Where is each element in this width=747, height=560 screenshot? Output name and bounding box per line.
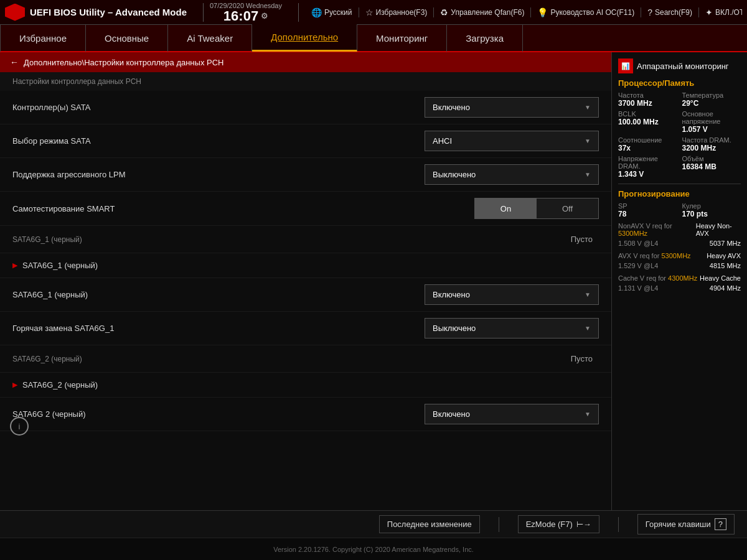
tab-ai-tweaker[interactable]: Ai Tweaker: [168, 24, 252, 52]
footer-bar: Version 2.20.1276. Copyright (C) 2020 Am…: [0, 538, 747, 560]
setting-row-sata6g2-info: SATA6G_2 (черный) Пусто: [0, 345, 611, 373]
lpm-value: Выключено: [433, 170, 476, 179]
sata6g1-enable-dropdown[interactable]: Включено ▼: [425, 284, 599, 305]
monitor-icon: 📊: [618, 58, 633, 73]
hotkeys-label: Горячие клавиши: [646, 520, 711, 529]
star-icon: ☆: [365, 7, 374, 17]
pred-row-2: Cache V req for 4300MHz Heavy Cache 1.13…: [618, 274, 741, 292]
rog-logo: [5, 4, 25, 21]
tab-advanced[interactable]: Дополнительно: [252, 24, 357, 52]
tab-main[interactable]: Основные: [86, 24, 168, 52]
language-label: Русский: [324, 8, 352, 17]
chevron-down-icon: ▼: [585, 138, 591, 144]
ai-icon: 💡: [537, 7, 548, 17]
aura-label: ВКЛ./ОТКЛ. AURA: [715, 8, 742, 17]
right-sidebar: 📊 Аппаратный мониторинг Процессор/Память…: [611, 52, 747, 510]
volume-stat: Объём 16384 MB: [682, 155, 741, 179]
setting-row-sata6g1-info: SATA6G_1 (черный) Пусто: [0, 226, 611, 253]
ai-label: Руководство AI OC(F11): [550, 8, 634, 17]
expand-sata6g2[interactable]: ▶ SATA6G_2 (черный): [0, 373, 611, 398]
hotswap1-value: Выключено: [433, 324, 476, 333]
search-icon: ?: [647, 7, 652, 17]
sata6g2-info-value: Пусто: [571, 354, 593, 363]
settings-icon[interactable]: ⚙: [261, 11, 268, 21]
main-nav: Избранное Основные Ai Tweaker Дополнител…: [0, 25, 747, 52]
breadcrumb: Дополнительно\Настройки контроллера данн…: [24, 58, 223, 67]
back-icon[interactable]: ←: [10, 57, 19, 67]
sata6g1-enable-value: Включено: [433, 290, 470, 299]
sata6g1-enable-label: SATA6G_1 (черный): [12, 290, 425, 299]
sata-mode-dropdown[interactable]: AHCI ▼: [425, 131, 599, 151]
pred-row-0: NonAVX V req for 5300MHz Heavy Non-AVX 1…: [618, 222, 741, 247]
breadcrumb-bar: ← Дополнительно\Настройки контроллера да…: [0, 52, 611, 72]
prediction-top-stats: SP 78 Кулер 170 pts: [618, 202, 741, 218]
logo-area: UEFI BIOS Utility – Advanced Mode: [5, 4, 187, 21]
expand-sata6g1[interactable]: ▶ SATA6G_1 (черный): [0, 253, 611, 278]
top-nav-ai[interactable]: 💡 Руководство AI OC(F11): [531, 7, 641, 17]
setting-row-hotswap1: Горячая замена SATA6G_1 Выключено ▼: [0, 312, 611, 345]
chevron-down-icon: ▼: [585, 325, 591, 332]
expand-icon: ▶: [12, 261, 17, 269]
time: 16:07: [223, 9, 258, 23]
pred-row-1: AVX V req for 5300MHz Heavy AVX 1.529 V …: [618, 252, 741, 269]
sata-controller-label: Контроллер(ы) SATA: [12, 103, 425, 112]
sata-controller-value: Включено: [433, 103, 470, 112]
sata6g2-enable-value: Включено: [433, 409, 470, 419]
temp-label: Температура 29°C: [682, 91, 741, 108]
sata-controller-dropdown[interactable]: Включено ▼: [425, 97, 599, 118]
prediction-section: Прогнозирование: [618, 189, 741, 198]
top-nav-aura[interactable]: ✦ ВКЛ./ОТКЛ. AURA: [699, 7, 742, 17]
ez-mode-arrow-icon: ⊢→: [576, 520, 591, 529]
ez-mode-btn[interactable]: EzMode (F7) ⊢→: [518, 515, 599, 533]
bottom-sep1: [499, 517, 499, 532]
sata6g2-enable-label: SATA6G 2 (черный): [12, 409, 425, 419]
chevron-down-icon: ▼: [585, 104, 591, 111]
expand-sata6g2-label: SATA6G_2 (черный): [22, 380, 98, 390]
setting-row-lpm: Поддержка агрессивного LPM Выключено ▼: [0, 158, 611, 192]
dram-voltage-stat: Напряжение DRAM. 1.343 V: [618, 155, 677, 179]
sidebar-title: 📊 Аппаратный мониторинг: [618, 58, 741, 73]
tab-favorites[interactable]: Избранное: [0, 24, 86, 52]
bottom-bar: Последнее изменение EzMode (F7) ⊢→ Горяч…: [0, 510, 747, 538]
chevron-down-icon: ▼: [585, 291, 591, 298]
sata6g1-info-label: SATA6G_1 (черный): [12, 235, 571, 244]
chevron-down-icon: ▼: [585, 411, 591, 418]
footer-text: Version 2.20.1276. Copyright (C) 2020 Am…: [273, 546, 474, 553]
tab-boot[interactable]: Загрузка: [447, 24, 523, 52]
smart-on-button[interactable]: On: [475, 198, 537, 218]
fan-icon: ♻: [440, 7, 448, 17]
sp-stat: SP 78: [618, 202, 677, 218]
top-nav-search[interactable]: ? Search(F9): [641, 7, 699, 17]
sata6g2-enable-dropdown[interactable]: Включено ▼: [425, 404, 599, 424]
left-panel: ← Дополнительно\Настройки контроллера да…: [0, 52, 611, 510]
last-change-btn[interactable]: Последнее изменение: [379, 515, 480, 533]
top-nav-qfan[interactable]: ♻ Управление Qfan(F6): [434, 7, 531, 17]
sata6g1-info-value: Пусто: [571, 235, 593, 244]
dram-freq-stat: Частота DRAM. 3200 MHz: [682, 136, 741, 152]
smart-toggle[interactable]: On Off: [474, 198, 599, 219]
favorites-label: Избранное(F3): [376, 8, 428, 17]
lpm-dropdown[interactable]: Выключено ▼: [425, 164, 599, 185]
hotkeys-btn[interactable]: Горячие клавиши ?: [637, 514, 735, 534]
setting-row-sata6g1-enable: SATA6G_1 (черный) Включено ▼: [0, 278, 611, 312]
setting-row-sata-controller: Контроллер(ы) SATA Включено ▼: [0, 91, 611, 124]
hotswap1-label: Горячая замена SATA6G_1: [12, 324, 425, 333]
app-title: UEFI BIOS Utility – Advanced Mode: [30, 7, 187, 17]
top-nav-language[interactable]: 🌐 Русский: [305, 7, 359, 17]
ez-mode-label: EzMode (F7): [526, 520, 573, 529]
cooler-stat: Кулер 170 pts: [682, 202, 741, 218]
globe-icon: 🌐: [311, 7, 322, 17]
expand-sata6g1-label: SATA6G_1 (черный): [22, 261, 98, 270]
tab-monitoring[interactable]: Мониторинг: [357, 24, 447, 52]
qfan-label: Управление Qfan(F6): [451, 8, 524, 17]
top-nav-items: 🌐 Русский ☆ Избранное(F3) ♻ Управление Q…: [305, 7, 742, 17]
hotswap1-dropdown[interactable]: Выключено ▼: [425, 318, 599, 338]
base-voltage-stat: Основное напряжение 1.057 V: [682, 110, 741, 134]
sidebar-divider: [618, 184, 741, 184]
setting-row-sata6g2-enable: SATA6G 2 (черный) Включено ▼: [0, 398, 611, 431]
hotkeys-icon: ?: [715, 518, 726, 530]
top-nav-favorites[interactable]: ☆ Избранное(F3): [359, 7, 435, 17]
cpu-memory-section: Процессор/Память: [618, 78, 741, 88]
info-button[interactable]: i: [10, 417, 29, 436]
smart-off-button[interactable]: Off: [537, 198, 598, 218]
